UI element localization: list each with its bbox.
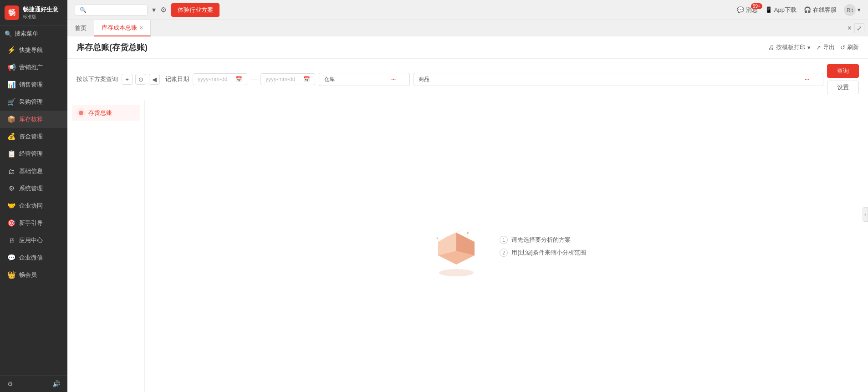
topbar-gear-icon[interactable]: ⚙ bbox=[160, 5, 167, 14]
marketing-icon: 📢 bbox=[7, 63, 15, 71]
system-icon: ⚙ bbox=[7, 184, 15, 193]
sidebar-footer: ⚙ 🔊 bbox=[0, 375, 67, 392]
app-download-label: App下载 bbox=[774, 6, 797, 14]
online-service-button[interactable]: 🎧 在线客服 bbox=[804, 6, 837, 14]
operations-icon: 📋 bbox=[7, 150, 15, 158]
add-scheme-button[interactable]: + bbox=[122, 74, 133, 85]
message-icon: 💬 bbox=[737, 6, 744, 13]
sidebar-item-sales[interactable]: 📊 销售管理 bbox=[0, 76, 67, 93]
date-filter-label: 记账日期 bbox=[165, 75, 189, 83]
sidebar-item-label: 基础信息 bbox=[19, 167, 43, 175]
tip-num-2: 2 bbox=[500, 249, 508, 257]
app-name: 畅捷通好生意 bbox=[23, 6, 58, 14]
tab-label: 首页 bbox=[75, 24, 87, 32]
manage-scheme-button[interactable]: ⊙ bbox=[135, 74, 146, 85]
scheme-dot-icon bbox=[77, 108, 86, 117]
sidebar-logo: 畅 畅捷通好生意 标准版 bbox=[0, 0, 67, 26]
settings-button[interactable]: ⚙ bbox=[7, 380, 13, 387]
sidebar-item-basic[interactable]: 🗂 基础信息 bbox=[0, 163, 67, 180]
user-account[interactable]: Rit ▾ bbox=[844, 4, 861, 16]
tab-home[interactable]: 首页 bbox=[67, 20, 94, 36]
filter-actions: + ⊙ ◀ bbox=[122, 74, 160, 85]
search-menu-label: 搜索菜单 bbox=[15, 30, 38, 38]
sidebar-item-operations[interactable]: 📋 经营管理 bbox=[0, 145, 67, 163]
sidebar: 畅 畅捷通好生意 标准版 🔍 搜索菜单 ⚡ 快捷导航 📢 营销推广 📊 销售管理… bbox=[0, 0, 67, 392]
sidebar-item-label: 新手引导 bbox=[19, 219, 43, 227]
goods-select[interactable]: 商品 ··· bbox=[414, 73, 823, 86]
sidebar-item-inventory[interactable]: 📦 库存核算 bbox=[0, 111, 67, 128]
scheme-item-label: 存货总账 bbox=[88, 109, 112, 117]
app-download-button[interactable]: 📱 App下载 bbox=[765, 6, 797, 14]
refresh-icon: ↺ bbox=[840, 44, 845, 51]
sidebar-search-menu[interactable]: 🔍 搜索菜单 bbox=[0, 26, 67, 41]
corp-icon: 🤝 bbox=[7, 202, 15, 210]
goods-more-icon: ··· bbox=[805, 76, 809, 82]
svg-text:✦: ✦ bbox=[465, 230, 470, 236]
phone-icon: 📱 bbox=[765, 6, 772, 13]
tab-inventory-ledger[interactable]: 库存成本总账 × bbox=[94, 20, 151, 36]
date-start-input[interactable]: yyyy-mm-dd 📅 bbox=[193, 73, 247, 85]
sound-button[interactable]: 🔊 bbox=[52, 380, 60, 387]
refresh-button[interactable]: ↺ 刷新 bbox=[840, 43, 859, 51]
working-area: 存货总账 bbox=[67, 100, 868, 392]
page-area: 库存总账(存货总账) 🖨 按模板打印 ▾ ↗ 导出 ↺ 刷新 bbox=[67, 36, 868, 392]
export-icon: ↗ bbox=[816, 44, 821, 51]
guide-icon: 🎯 bbox=[7, 219, 15, 227]
user-name: Rit bbox=[847, 7, 853, 13]
sidebar-item-guide[interactable]: 🎯 新手引导 bbox=[0, 214, 67, 232]
print-button[interactable]: 🖨 按模板打印 ▾ bbox=[768, 43, 811, 51]
sidebar-item-vip[interactable]: 👑 畅会员 bbox=[0, 266, 67, 284]
tab-close-icon[interactable]: × bbox=[140, 25, 143, 31]
sidebar-item-marketing[interactable]: 📢 营销推广 bbox=[0, 59, 67, 76]
tab-close-button[interactable]: × bbox=[848, 24, 852, 32]
scheme-item-inventory[interactable]: 存货总账 bbox=[72, 105, 140, 121]
message-button[interactable]: 💬 消息 99+ bbox=[737, 6, 758, 14]
sidebar-item-wechat[interactable]: 💬 企业微信 bbox=[0, 249, 67, 266]
export-button[interactable]: ↗ 导出 bbox=[816, 43, 835, 51]
app-logo-text: 畅捷通好生意 标准版 bbox=[23, 6, 58, 20]
warehouse-more-icon: ··· bbox=[391, 76, 396, 82]
warehouse-select[interactable]: 仓库 ··· bbox=[319, 73, 410, 86]
filter-buttons: 查询 设置 bbox=[827, 64, 859, 94]
chevron-right-icon: › bbox=[864, 211, 866, 218]
sidebar-item-purchase[interactable]: 🛒 采购管理 bbox=[0, 93, 67, 111]
sidebar-item-system[interactable]: ⚙ 系统管理 bbox=[0, 180, 67, 197]
tip-item-2: 2 用[过滤]条件来缩小分析范围 bbox=[500, 249, 586, 257]
right-panel-toggle[interactable]: › bbox=[863, 207, 868, 222]
tab-expand-icon[interactable]: ⤢ bbox=[854, 23, 864, 33]
sidebar-item-label: 采购管理 bbox=[19, 98, 43, 106]
calendar-end-icon: 📅 bbox=[303, 76, 310, 82]
tip-text-1: 请先选择要分析的方案 bbox=[511, 236, 571, 244]
industry-solution-button[interactable]: 体验行业方案 bbox=[171, 3, 220, 17]
date-separator: — bbox=[251, 76, 257, 83]
finance-icon: 💰 bbox=[7, 132, 15, 141]
sidebar-item-finance[interactable]: 💰 资金管理 bbox=[0, 128, 67, 145]
sidebar-item-quick-nav[interactable]: ⚡ 快捷导航 bbox=[0, 41, 67, 59]
goods-label: 商品 bbox=[419, 76, 429, 83]
page-header: 库存总账(存货总账) 🖨 按模板打印 ▾ ↗ 导出 ↺ 刷新 bbox=[67, 36, 868, 59]
settings-button[interactable]: 设置 bbox=[827, 81, 859, 94]
sidebar-item-label: 资金管理 bbox=[19, 132, 43, 141]
sidebar-item-label: 系统管理 bbox=[19, 184, 43, 193]
sidebar-item-appstore[interactable]: 🖥 应用中心 bbox=[0, 232, 67, 249]
topbar-search-icon: 🔍 bbox=[80, 7, 87, 13]
filter-label-row: 按以下方案查询 + ⊙ ◀ bbox=[77, 74, 160, 85]
svg-point-1 bbox=[439, 269, 474, 276]
query-button[interactable]: 查询 bbox=[827, 64, 859, 78]
tip-item-1: 1 请先选择要分析的方案 bbox=[500, 236, 586, 244]
app-logo-icon: 畅 bbox=[5, 5, 19, 20]
filter-section: 按以下方案查询 + ⊙ ◀ 记账日期 yyyy-mm-dd 📅 — yyyy-m… bbox=[67, 59, 868, 100]
sidebar-item-label: 快捷导航 bbox=[19, 46, 43, 54]
topbar-right: 💬 消息 99+ 📱 App下载 🎧 在线客服 Rit ▾ bbox=[737, 4, 861, 16]
date-start-placeholder: yyyy-mm-dd bbox=[198, 76, 227, 82]
message-badge: 99+ bbox=[751, 3, 762, 9]
collapse-filter-button[interactable]: ◀ bbox=[149, 74, 160, 85]
topbar-chevron-down-icon[interactable]: ▾ bbox=[152, 5, 156, 14]
topbar-left: 🔍 ▾ ⚙ 体验行业方案 bbox=[75, 3, 220, 17]
sidebar-item-corp[interactable]: 🤝 企业协同 bbox=[0, 197, 67, 214]
topbar-search-box[interactable]: 🔍 bbox=[75, 5, 148, 15]
chevron-down-icon: ▾ bbox=[858, 6, 861, 13]
date-end-placeholder: yyyy-mm-dd bbox=[266, 76, 295, 82]
date-end-input[interactable]: yyyy-mm-dd 📅 bbox=[260, 73, 315, 85]
filter-label: 按以下方案查询 bbox=[77, 75, 118, 83]
